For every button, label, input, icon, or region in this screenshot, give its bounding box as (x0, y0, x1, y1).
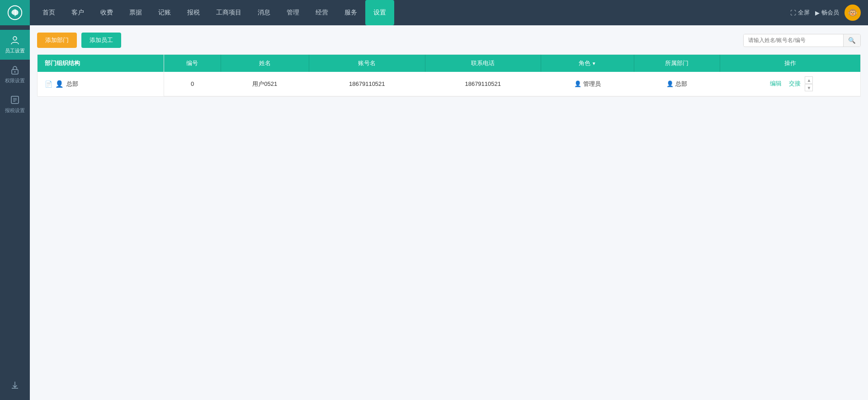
th-role: 角色 ▼ (541, 55, 634, 72)
th-role-filter[interactable]: 角色 ▼ (579, 59, 596, 67)
sidebar-item-tax-label: 报税设置 (5, 107, 25, 114)
nav-item-bills[interactable]: 票据 (121, 0, 150, 25)
top-navigation: 首页 客户 收费 票据 记账 报税 工商项目 消息 管理 经营 服务 设置 ⛶ … (0, 0, 868, 25)
nav-item-settings[interactable]: 设置 (365, 0, 394, 25)
member-label: 畅会员 (821, 9, 839, 17)
cell-phone: 18679110521 (425, 72, 541, 96)
cell-name: 用户0521 (221, 72, 309, 96)
nav-items: 首页 客户 收费 票据 记账 报税 工商项目 消息 管理 经营 服务 设置 (30, 0, 790, 25)
avatar-icon: 🐵 (848, 8, 858, 18)
th-phone: 联系电话 (425, 55, 541, 72)
role-user-icon: 👤 (574, 80, 581, 87)
dept-label: 总部 (675, 80, 687, 88)
search-area: 🔍 (743, 34, 861, 47)
sidebar-item-permissions[interactable]: 权限设置 (0, 60, 30, 89)
sidebar-bottom-item[interactable] (0, 375, 30, 395)
table-row: 0 用户0521 18679110521 18679110521 👤 管理员 (164, 72, 860, 96)
svg-point-1 (13, 37, 17, 40)
tree-content: 📄 👤 总部 (38, 72, 164, 96)
avatar[interactable]: 🐵 (844, 5, 861, 21)
th-name: 姓名 (221, 55, 309, 72)
tree-item-headquarters[interactable]: 📄 👤 总部 (42, 76, 159, 92)
nav-item-service[interactable]: 服务 (336, 0, 365, 25)
tree-item-label: 总部 (66, 80, 78, 88)
member-button[interactable]: ▶ 畅会员 (815, 9, 839, 17)
fullscreen-button[interactable]: ⛶ 全屏 (790, 9, 810, 17)
role-badge: 👤 管理员 (574, 80, 601, 88)
sidebar-bottom (0, 375, 30, 395)
cell-account: 18679110521 (309, 72, 425, 96)
nav-right: ⛶ 全屏 ▶ 畅会员 🐵 (790, 5, 868, 21)
logo-area[interactable] (0, 0, 30, 25)
fullscreen-icon: ⛶ (790, 9, 796, 16)
nav-item-fee[interactable]: 收费 (92, 0, 121, 25)
toolbar: 添加部门 添加员工 🔍 (37, 33, 861, 48)
cell-role: 👤 管理员 (541, 72, 634, 96)
member-icon: ▶ (815, 9, 820, 16)
dept-user-icon: 👤 (666, 80, 674, 87)
table-header-row: 编号 姓名 账号名 联系电话 角色 ▼ 所属部门 操作 (164, 55, 860, 72)
fullscreen-label: 全屏 (798, 9, 810, 17)
scroll-up-button[interactable]: ▲ (805, 76, 813, 84)
nav-item-message[interactable]: 消息 (250, 0, 278, 25)
transfer-link[interactable]: 交接 (789, 80, 801, 87)
download-icon (10, 380, 20, 390)
tax-settings-icon (10, 95, 20, 105)
table-panel: 编号 姓名 账号名 联系电话 角色 ▼ 所属部门 操作 (164, 55, 860, 96)
main-layout: 员工设置 权限设置 报税设置 (0, 25, 868, 400)
data-table: 编号 姓名 账号名 联系电话 角色 ▼ 所属部门 操作 (164, 55, 860, 96)
employee-icon (10, 35, 20, 45)
svg-point-3 (14, 71, 16, 73)
nav-item-operations[interactable]: 经营 (307, 0, 336, 25)
nav-item-manage[interactable]: 管理 (278, 0, 307, 25)
logo-icon (6, 4, 24, 21)
sidebar: 员工设置 权限设置 报税设置 (0, 25, 30, 400)
search-input[interactable] (744, 34, 843, 46)
add-dept-button[interactable]: 添加部门 (37, 33, 77, 48)
search-icon: 🔍 (848, 37, 856, 44)
scroll-down-button[interactable]: ▼ (805, 84, 813, 91)
user-icon: 👤 (55, 80, 64, 88)
sidebar-item-tax-settings[interactable]: 报税设置 (0, 89, 30, 119)
sidebar-item-permissions-label: 权限设置 (5, 77, 25, 84)
th-actions: 操作 (720, 55, 860, 72)
cell-dept: 👤 总部 (634, 72, 720, 96)
nav-item-accounting[interactable]: 记账 (150, 0, 179, 25)
sidebar-item-employee[interactable]: 员工设置 (0, 30, 30, 60)
filter-icon: ▼ (592, 61, 596, 66)
sidebar-item-employee-label: 员工设置 (5, 47, 25, 54)
add-employee-button[interactable]: 添加员工 (81, 33, 121, 48)
nav-item-business[interactable]: 工商项目 (208, 0, 250, 25)
file-icon: 📄 (45, 80, 52, 88)
role-label: 管理员 (583, 80, 601, 88)
permissions-icon (10, 65, 20, 75)
th-dept: 所属部门 (634, 55, 720, 72)
nav-item-tax[interactable]: 报税 (179, 0, 208, 25)
cell-id: 0 (164, 72, 221, 96)
th-id: 编号 (164, 55, 221, 72)
th-account: 账号名 (309, 55, 425, 72)
search-button[interactable]: 🔍 (843, 34, 860, 47)
tree-panel: 部门组织结构 📄 👤 总部 (38, 55, 164, 96)
cell-actions: 编辑 交接 ▲ ▼ (720, 72, 860, 96)
dept-badge: 👤 总部 (666, 80, 687, 88)
tree-header: 部门组织结构 (38, 55, 164, 72)
edit-link[interactable]: 编辑 (770, 80, 782, 87)
nav-item-home[interactable]: 首页 (34, 0, 63, 25)
nav-item-customer[interactable]: 客户 (63, 0, 92, 25)
content-area: 添加部门 添加员工 🔍 部门组织结构 📄 👤 总部 (30, 25, 868, 400)
panel-layout: 部门组织结构 📄 👤 总部 编号 姓名 账号名 (37, 54, 861, 97)
